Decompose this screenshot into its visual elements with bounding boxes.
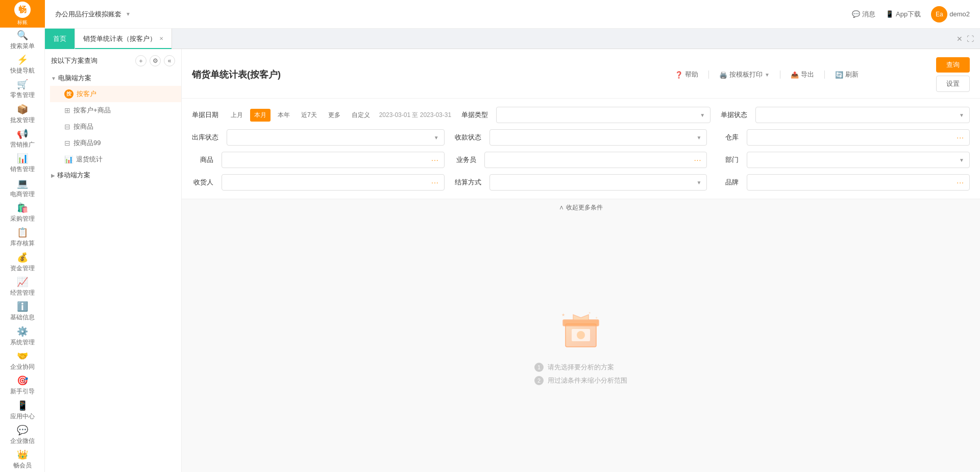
sidebar-item-quick-nav[interactable]: ⚡ 快捷导航 bbox=[0, 52, 45, 77]
sidebar-item-app-center[interactable]: 📱 应用中心 bbox=[0, 398, 45, 422]
collapse-bar[interactable]: ∧ 收起更多条件 bbox=[182, 199, 980, 216]
template-print-btn[interactable]: 🖨️ 按模板打印 ▼ bbox=[715, 68, 774, 81]
quick-nav-icon: ⚡ bbox=[17, 54, 28, 65]
help-btn[interactable]: ❓ 帮助 bbox=[671, 68, 702, 81]
filter-area: 单据日期 上月 本月 本年 近7天 更多 自定义 2023-03-01 至 20… bbox=[182, 99, 980, 199]
tab-close-icon[interactable]: ✕ bbox=[159, 36, 163, 41]
date-btn-this-year[interactable]: 本年 bbox=[274, 109, 294, 122]
date-btn-this-month[interactable]: 本月 bbox=[250, 109, 271, 122]
sidebar-item-system[interactable]: ⚙️ 系统管理 bbox=[0, 324, 45, 348]
fullscreen-controls: ✕ ⛶ bbox=[950, 35, 980, 43]
sidebar-item-ecommerce[interactable]: 💻 电商管理 bbox=[0, 176, 45, 200]
sidebar-item-search[interactable]: 🔍 搜索菜单 bbox=[0, 28, 45, 52]
sidebar-item-marketing[interactable]: 📢 营销推广 bbox=[0, 126, 45, 151]
empty-tip-1: 1 请先选择要分析的方案 bbox=[534, 363, 627, 372]
app-center-icon: 📱 bbox=[17, 400, 28, 411]
scheme-item-by-customer-product[interactable]: ⊞ 按客户+商品 bbox=[50, 102, 181, 119]
scheme-group-mobile-header[interactable]: ▶ 移动端方案 bbox=[45, 168, 181, 183]
message-btn[interactable]: 💬 消息 bbox=[852, 10, 875, 19]
order-type-select[interactable]: ▼ bbox=[496, 107, 710, 123]
settings-scheme-btn[interactable]: ⚙ bbox=[150, 55, 161, 66]
tip-1-text: 请先选择要分析的方案 bbox=[548, 363, 614, 372]
sidebar-item-wechat[interactable]: 💬 企业微信 bbox=[0, 422, 45, 447]
user-profile[interactable]: Ea demo2 bbox=[931, 6, 970, 22]
sidebar-item-retail[interactable]: 🛒 零售管理 bbox=[0, 77, 45, 102]
salesperson-label: 业务员 bbox=[455, 155, 480, 164]
sidebar-item-enterprise[interactable]: 🤝 企业协同 bbox=[0, 348, 45, 373]
warehouse-select[interactable]: ··· bbox=[747, 129, 970, 146]
date-btn-more[interactable]: 更多 bbox=[324, 109, 345, 122]
sidebar-item-wholesale[interactable]: 📦 批发管理 bbox=[0, 102, 45, 126]
collapse-panel-btn[interactable]: « bbox=[164, 55, 175, 66]
avatar: Ea bbox=[931, 6, 947, 22]
close-window-icon[interactable]: ✕ bbox=[957, 35, 963, 43]
svg-text:★: ★ bbox=[595, 316, 598, 319]
panel-header-actions: ＋ ⚙ « bbox=[135, 55, 175, 66]
date-btn-7days[interactable]: 近7天 bbox=[297, 109, 321, 122]
filter-salesperson-item: 业务员 ··· bbox=[455, 152, 707, 168]
operations-icon: 📈 bbox=[17, 276, 28, 288]
date-btn-custom[interactable]: 自定义 bbox=[348, 109, 374, 122]
customer-product-icon: ⊞ bbox=[64, 106, 70, 114]
empty-tip-2: 2 用过滤条件来缩小分析范围 bbox=[534, 376, 627, 385]
app-title-dropdown[interactable]: ▼ bbox=[126, 11, 131, 17]
export-icon: 📤 bbox=[791, 71, 799, 79]
department-select[interactable]: ▼ bbox=[747, 152, 970, 168]
settlement-select[interactable]: ▼ bbox=[489, 174, 707, 191]
message-icon: 💬 bbox=[852, 10, 860, 18]
sidebar-item-purchase[interactable]: 🛍️ 采购管理 bbox=[0, 200, 45, 225]
receiver-select[interactable]: ··· bbox=[222, 174, 445, 191]
product-select[interactable]: ··· bbox=[222, 152, 445, 168]
header-left: 办公用品行业模拟账套 ▼ bbox=[55, 10, 131, 19]
sidebar-item-sales[interactable]: 📊 销售管理 bbox=[0, 151, 45, 176]
tip-1-num: 1 bbox=[534, 363, 544, 372]
collapse-text: 收起更多条件 bbox=[566, 204, 603, 211]
scheme-item-by-customer[interactable]: 按 按客户 bbox=[50, 86, 181, 102]
order-status-select[interactable]: ▼ bbox=[755, 107, 970, 123]
right-main: 销货单统计表(按客户) ❓ 帮助 🖨️ 按模板打印 ▼ 📤 bbox=[182, 49, 980, 472]
brand-select[interactable]: ··· bbox=[747, 174, 970, 191]
filter-row-1: 单据日期 上月 本月 本年 近7天 更多 自定义 2023-03-01 至 20… bbox=[192, 107, 970, 123]
ship-status-label: 出库状态 bbox=[192, 133, 223, 142]
sidebar-item-guide[interactable]: 🎯 新手引导 bbox=[0, 373, 45, 398]
fullscreen-icon[interactable]: ⛶ bbox=[967, 35, 974, 43]
receiver-label: 收货人 bbox=[192, 178, 217, 187]
print-icon: 🖨️ bbox=[719, 71, 727, 79]
receiver-dots: ··· bbox=[431, 178, 439, 186]
sidebar-item-inventory[interactable]: 📋 库存核算 bbox=[0, 225, 45, 250]
refresh-btn[interactable]: 🔄 刷新 bbox=[831, 68, 863, 81]
by-product-99-icon: ⊟ bbox=[64, 139, 70, 147]
add-scheme-btn[interactable]: ＋ bbox=[135, 55, 146, 66]
settings-btn[interactable]: 设置 bbox=[936, 76, 970, 92]
filter-row-4: 收货人 ··· 结算方式 ▼ bbox=[192, 174, 970, 191]
app-download-btn[interactable]: 📱 App下载 bbox=[886, 10, 921, 19]
sidebar-item-operations[interactable]: 📈 经营管理 bbox=[0, 274, 45, 299]
brand-dots: ··· bbox=[957, 178, 964, 186]
order-status-arrow: ▼ bbox=[959, 112, 964, 118]
date-btn-last-month[interactable]: 上月 bbox=[227, 109, 247, 122]
filter-ship-item: 出库状态 ▼ bbox=[192, 129, 445, 146]
enterprise-icon: 🤝 bbox=[17, 350, 28, 362]
payment-status-select[interactable]: ▼ bbox=[489, 129, 707, 146]
department-arrow: ▼ bbox=[959, 157, 964, 163]
tab-sales-stat[interactable]: 销货单统计表（按客户） ✕ bbox=[75, 29, 172, 49]
tab-home[interactable]: 首页 bbox=[45, 29, 75, 49]
scheme-group-mobile: ▶ 移动端方案 bbox=[45, 168, 181, 183]
filter-department-item: 部门 ▼ bbox=[717, 152, 970, 168]
sidebar-item-basic-info[interactable]: ℹ️ 基础信息 bbox=[0, 299, 45, 324]
ship-status-select[interactable]: ▼ bbox=[227, 129, 445, 146]
scheme-item-return-stat[interactable]: 📊 退货统计 bbox=[50, 151, 181, 168]
salesperson-select[interactable]: ··· bbox=[484, 152, 707, 168]
scheme-item-by-product-99[interactable]: ⊟ 按商品99 bbox=[50, 135, 181, 151]
inventory-icon: 📋 bbox=[17, 227, 28, 238]
sidebar-logo[interactable]: 畅 标账 bbox=[0, 0, 45, 28]
scheme-group-pc-header[interactable]: ▼ 电脑端方案 bbox=[45, 70, 181, 86]
scheme-item-by-product[interactable]: ⊟ 按商品 bbox=[50, 119, 181, 135]
sidebar-item-member[interactable]: 👑 畅会员 bbox=[0, 447, 45, 472]
empty-tips: 1 请先选择要分析的方案 2 用过滤条件来缩小分析范围 bbox=[534, 363, 627, 385]
query-btn[interactable]: 查询 bbox=[936, 57, 970, 73]
export-btn[interactable]: 📤 导出 bbox=[787, 68, 818, 81]
filter-payment-item: 收款状态 ▼ bbox=[455, 129, 707, 146]
sidebar-item-finance[interactable]: 💰 资金管理 bbox=[0, 250, 45, 274]
brand-label: 品牌 bbox=[717, 178, 743, 187]
